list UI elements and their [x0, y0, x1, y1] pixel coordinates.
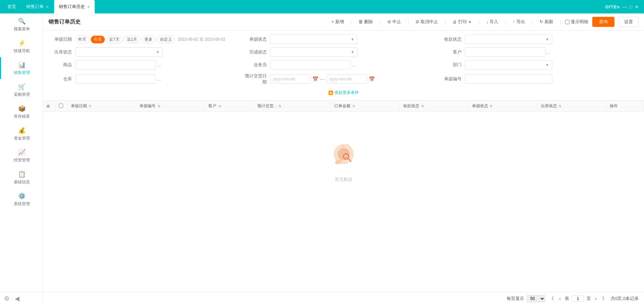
date-btn-1month[interactable]: 近1月 — [124, 36, 140, 43]
sidebar-bottom: ⚙ ◀ — [0, 292, 43, 305]
export-button[interactable]: ↑ 导出 — [510, 17, 527, 26]
cancel-stop-button[interactable]: ⊘ 取消中止 — [413, 17, 441, 26]
filter-area: 单据日期 昨天 今天 近7天 近1月 更多 自定义 2023-06-02 至 2… — [43, 31, 644, 101]
sidebar-item-finance[interactable]: 💰 资金管理 — [0, 123, 43, 145]
filter-stock-status-cell: 出库状态 ▼ — [48, 47, 243, 57]
collapse-button[interactable]: 🔼 收起更多条件 — [48, 88, 639, 96]
salesperson-more-btn[interactable]: ... — [351, 62, 357, 68]
th-settings[interactable]: ⚙ — [43, 101, 55, 112]
sidebar-item-quick-nav[interactable]: ⚡ 快捷导航 — [0, 35, 43, 57]
first-page-btn[interactable]: 《 — [548, 295, 555, 302]
expected-date-end[interactable]: yyyy-mm-dd — [327, 74, 367, 84]
filter-expected-date-cell: 预计交货日期 yyyy-mm-dd 📅 — yyyy-mm-dd 📅 — [243, 73, 438, 85]
toolbar-divider-2: | — [380, 20, 381, 25]
sidebar-item-basic-info[interactable]: 📋 基础信息 — [0, 166, 43, 188]
last-page-btn[interactable]: 》 — [601, 295, 608, 302]
warehouse-input[interactable] — [75, 74, 156, 84]
maximize-btn[interactable]: □ — [630, 4, 632, 9]
date-btn-custom[interactable]: 自定义 — [157, 36, 175, 43]
sort-customer-icon[interactable]: ⇅ — [218, 104, 221, 108]
customer-input[interactable] — [465, 47, 546, 57]
sort-amount-icon[interactable]: ⇅ — [352, 104, 355, 108]
toolbar-divider-4: | — [445, 20, 446, 25]
department-select[interactable]: ▼ — [465, 60, 552, 70]
date-btn-7days[interactable]: 近7天 — [106, 36, 123, 43]
brand-label: OfTEn — [605, 4, 620, 9]
bill-status-select[interactable]: ▼ — [270, 35, 357, 44]
tab-sales-history-label: 销售订单历史 — [59, 4, 85, 10]
collapse-up-icon: 🔼 — [328, 90, 333, 95]
sort-date-icon[interactable]: ⇅ — [89, 104, 91, 108]
date-start-calendar-icon[interactable]: 📅 — [312, 76, 318, 82]
toolbar-divider-5: | — [478, 20, 479, 25]
query-button[interactable]: 查询 — [592, 17, 614, 27]
page-number-input[interactable] — [572, 295, 584, 302]
sort-bill-icon[interactable]: ⇅ — [490, 104, 492, 108]
sidebar-settings-icon[interactable]: ⚙ — [4, 295, 9, 302]
customer-label: 客户 — [438, 49, 465, 55]
warehouse-more-btn[interactable]: ... — [156, 76, 163, 82]
sort-stock-icon[interactable]: ⇅ — [559, 104, 561, 108]
salesperson-input[interactable] — [270, 60, 351, 70]
payment-status-select[interactable]: ▼ — [465, 35, 552, 44]
data-table: ⚙ 单据日期 ⇅ 单据编号 ⇅ 客户 ⇅ — [43, 101, 644, 112]
sidebar-label-system: 系统管理 — [14, 201, 30, 207]
date-end-placeholder: yyyy-mm-dd — [330, 77, 351, 81]
filter-warehouse-cell: 仓库 ... — [48, 74, 243, 84]
goods-more-btn[interactable]: ... — [156, 62, 163, 68]
date-end-calendar-icon[interactable]: 📅 — [369, 76, 375, 82]
sidebar-item-operations[interactable]: 📈 经营管理 — [0, 145, 43, 166]
settings-button[interactable]: 设置 — [618, 17, 639, 27]
refresh-button[interactable]: ↻ 刷新 — [537, 17, 556, 26]
sidebar-item-search-menu[interactable]: 🔍 搜索菜单 — [0, 13, 43, 35]
sidebar-item-system[interactable]: ⚙️ 系统管理 — [0, 188, 43, 210]
th-expected-date: 预计交货... ⇅ — [254, 101, 331, 112]
display-detail-checkbox[interactable] — [565, 20, 569, 24]
stop-button[interactable]: ⊘ 中止 — [385, 17, 404, 26]
th-customer: 客户 ⇅ — [205, 101, 254, 112]
tab-sales-order[interactable]: 销售订单 ✕ — [22, 0, 53, 13]
date-btn-yesterday[interactable]: 昨天 — [75, 36, 89, 43]
empty-state: 暂无数据 — [43, 112, 644, 209]
minimize-btn[interactable]: — — [622, 4, 627, 9]
main-layout: 🔍 搜索菜单 ⚡ 快捷导航 📊 销售管理 🛒 采购管理 📦 库存核算 💰 资金管… — [0, 13, 644, 305]
th-bill-status: 单据状态 ⇅ — [469, 101, 538, 112]
next-page-btn[interactable]: › — [594, 295, 598, 302]
date-btn-today[interactable]: 今天 — [91, 36, 105, 43]
filter-date-cell: 单据日期 昨天 今天 近7天 近1月 更多 自定义 2023-06-02 至 2… — [48, 36, 243, 43]
stock-status-select[interactable]: ▼ — [75, 47, 163, 57]
date-btn-more[interactable]: 更多 — [141, 36, 156, 43]
sort-number-icon[interactable]: ⇅ — [158, 104, 160, 108]
sort-expected-icon[interactable]: ⇅ — [278, 104, 281, 108]
page-label: 第 — [565, 296, 569, 302]
new-button[interactable]: + 新增 — [329, 17, 346, 26]
sort-payment-icon[interactable]: ⇅ — [421, 104, 424, 108]
sidebar-label-sales: 销售管理 — [14, 70, 30, 76]
tab-home[interactable]: 首页 — [3, 0, 21, 13]
prev-page-btn[interactable]: ‹ — [558, 295, 562, 302]
customer-more-btn[interactable]: ... — [546, 49, 552, 55]
delete-button[interactable]: 🗑 删除 — [356, 17, 376, 26]
complete-status-select[interactable]: ▼ — [270, 47, 357, 57]
inventory-icon: 📦 — [18, 105, 26, 112]
bill-number-input[interactable] — [465, 74, 552, 84]
goods-input[interactable] — [75, 60, 156, 70]
select-all-checkbox[interactable] — [59, 104, 63, 108]
import-button[interactable]: ↓ 导入 — [483, 17, 501, 26]
print-button[interactable]: 🖨 打印 ▼ — [450, 17, 474, 26]
date-filter-label: 单据日期 — [48, 36, 75, 42]
window-controls: OfTEn — □ ✕ — [605, 4, 641, 9]
tab-sales-history[interactable]: 销售订单历史 ✕ — [54, 0, 95, 13]
sidebar-item-purchase[interactable]: 🛒 采购管理 — [0, 79, 43, 101]
expected-date-start[interactable]: yyyy-mm-dd — [270, 74, 310, 84]
sidebar-item-sales[interactable]: 📊 销售管理 — [0, 57, 43, 79]
display-detail-label: 显示明细 — [571, 19, 588, 25]
tab-sales-order-close[interactable]: ✕ — [46, 5, 49, 9]
sidebar-collapse-icon[interactable]: ◀ — [15, 295, 19, 302]
close-btn[interactable]: ✕ — [635, 4, 639, 9]
sidebar-item-inventory[interactable]: 📦 库存核算 — [0, 101, 43, 123]
per-page-select[interactable]: 50 10 20 100 — [527, 295, 545, 302]
department-label: 部门 — [438, 62, 465, 68]
tab-sales-history-close[interactable]: ✕ — [87, 5, 90, 9]
th-checkbox[interactable] — [55, 101, 67, 112]
